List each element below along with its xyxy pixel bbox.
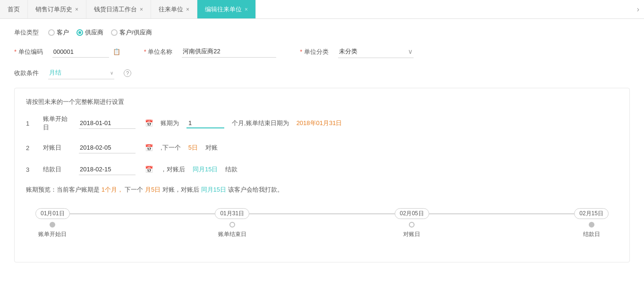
payment-condition-value: 月结 [49, 68, 108, 77]
period-row-2: 2 对账日 📅 ,下一个 5日 对账 [26, 142, 618, 153]
timeline-dot-3 [589, 222, 594, 228]
radio-both[interactable]: 客户/供应商 [111, 28, 152, 37]
period-field-label-3: 结款日 [43, 165, 71, 174]
tab-home[interactable]: 首页 [0, 0, 28, 18]
unit-info-row: 单位编码 📋 单位名称 单位分类 未分类 ∨ [14, 45, 630, 58]
tab-sales-order-history-label: 销售订单历史 [35, 5, 72, 14]
unit-type-row: 单位类型 客户 供应商 客户/供应商 [14, 28, 630, 37]
timeline-badge-2: 02月05日 [395, 208, 429, 219]
calendar-icon-2[interactable]: 📅 [145, 144, 153, 152]
payment-condition-label: 收款条件 [14, 69, 39, 77]
payment-condition-arrow: ∨ [110, 70, 113, 76]
period-num-3: 3 [26, 166, 35, 173]
preview-text1: 下一个 [125, 186, 143, 193]
help-icon[interactable]: ? [124, 69, 131, 77]
period-date-input-1[interactable] [79, 118, 136, 129]
preview-text2: 对账，对账后 [162, 186, 199, 193]
period-desc2-2: 对账 [205, 144, 218, 152]
tabs-bar: 首页 销售订单历史 × 钱货日清工作台 × 往来单位 × 编辑往来单位 × › [0, 0, 644, 19]
timeline-point-3: 02月15日 结款日 [574, 208, 609, 238]
unit-type-radio-group: 客户 供应商 客户/供应商 [48, 28, 152, 37]
period-field-label-1: 账单开始日 [43, 115, 71, 132]
payment-condition-row: 收款条件 月结 ∨ ? [14, 67, 630, 79]
tab-edit-partner-unit-close[interactable]: × [245, 6, 248, 13]
timeline-label-3: 结款日 [583, 230, 600, 238]
timeline-point-0: 01月01日 账单开始日 [35, 208, 70, 238]
radio-supplier[interactable]: 供应商 [76, 28, 103, 37]
preview-highlight2: 月5日 [145, 186, 161, 193]
tab-partner-unit-label: 往来单位 [159, 5, 183, 14]
doc-icon[interactable]: 📋 [113, 48, 120, 55]
preview-highlight3: 同月15日 [201, 186, 226, 193]
main-content: 单位类型 客户 供应商 客户/供应商 单位编码 📋 单位名称 单位分类 [0, 19, 644, 287]
period-row3-highlight: 同月15日 [193, 165, 218, 174]
period-desc-suffix-1: 个月,账单结束日期为 [232, 119, 289, 127]
period-desc2-3: 结款 [225, 165, 237, 174]
radio-supplier-circle [76, 29, 83, 36]
tabs-arrow[interactable]: › [632, 0, 644, 18]
tab-cash-work-label: 钱货日清工作台 [94, 5, 137, 14]
timeline-badge-1: 01月31日 [215, 208, 249, 219]
period-months-input[interactable] [186, 118, 224, 128]
calendar-icon-1[interactable]: 📅 [145, 119, 153, 127]
timeline: 01月01日 账单开始日 01月31日 账单结束日 02月05日 对账日 02月… [26, 203, 618, 253]
tab-cash-work[interactable]: 钱货日清工作台 × [86, 0, 151, 18]
tab-sales-order-history-close[interactable]: × [75, 6, 78, 13]
unit-name-label: 单位名称 [144, 48, 173, 56]
timeline-dot-1 [229, 222, 235, 228]
timeline-badge-0: 01月01日 [35, 208, 70, 219]
period-desc-prefix-1: 账期为 [161, 119, 179, 127]
payment-condition-select[interactable]: 月结 ∨ [48, 67, 114, 79]
period-desc-3: ，对账后 [161, 165, 185, 174]
tab-partner-unit[interactable]: 往来单位 × [151, 0, 197, 18]
timeline-label-2: 对账日 [403, 230, 420, 238]
radio-both-label: 客户/供应商 [119, 28, 152, 37]
radio-customer-label: 客户 [57, 28, 69, 37]
timeline-label-1: 账单结束日 [218, 230, 246, 238]
unit-category-label: 单位分类 [300, 48, 329, 56]
period-num-2: 2 [26, 144, 35, 152]
preview-highlight1: 1个月， [102, 186, 123, 193]
period-num-1: 1 [26, 120, 35, 127]
period-date-input-3[interactable] [79, 164, 136, 175]
calendar-icon-3[interactable]: 📅 [145, 166, 153, 173]
preview-suffix: 该客户会给我打款。 [228, 186, 283, 193]
timeline-dot-0 [50, 222, 55, 228]
radio-both-circle [111, 29, 118, 36]
period-row2-highlight: 5日 [188, 144, 198, 152]
period-end-date-highlight: 2018年01月31日 [297, 119, 342, 127]
timeline-label-0: 账单开始日 [38, 230, 67, 238]
preview-prefix: 账期预览：当前客户账期是 [26, 186, 100, 193]
period-desc-2: ,下一个 [161, 144, 181, 152]
tab-sales-order-history[interactable]: 销售订单历史 × [28, 0, 86, 18]
unit-name-input[interactable] [182, 46, 276, 58]
period-field-label-2: 对账日 [43, 144, 71, 152]
period-settings-box: 请按照未来的一个完整帐期进行设置 1 账单开始日 📅 账期为 个月,账单结束日期… [14, 88, 630, 262]
period-row-1: 1 账单开始日 📅 账期为 个月,账单结束日期为 2018年01月31日 [26, 115, 618, 132]
preview-text: 账期预览：当前客户账期是 1个月， 下一个 月5日 对账，对账后 同月15日 该… [26, 186, 618, 194]
timeline-points: 01月01日 账单开始日 01月31日 账单结束日 02月05日 对账日 02月… [35, 208, 609, 238]
unit-code-input[interactable] [52, 46, 109, 58]
timeline-badge-3: 02月15日 [574, 208, 609, 219]
timeline-point-2: 02月05日 对账日 [395, 208, 429, 238]
unit-category-value: 未分类 [339, 47, 357, 56]
unit-type-label: 单位类型 [14, 28, 39, 37]
category-dropdown-icon[interactable]: ∨ [408, 48, 413, 55]
radio-customer-circle [48, 29, 55, 36]
period-row-3: 3 结款日 📅 ，对账后 同月15日 结款 [26, 164, 618, 175]
radio-supplier-label: 供应商 [85, 28, 103, 37]
period-date-input-2[interactable] [79, 142, 136, 153]
period-title: 请按照未来的一个完整帐期进行设置 [26, 98, 618, 106]
timeline-dot-2 [409, 222, 415, 228]
tab-home-label: 首页 [8, 5, 20, 14]
tab-cash-work-close[interactable]: × [140, 6, 143, 13]
radio-customer[interactable]: 客户 [48, 28, 69, 37]
unit-code-label: 单位编码 [14, 48, 43, 56]
timeline-point-1: 01月31日 账单结束日 [215, 208, 249, 238]
tab-edit-partner-unit-label: 编辑往来单位 [205, 5, 242, 14]
tab-partner-unit-close[interactable]: × [186, 6, 189, 13]
tab-edit-partner-unit[interactable]: 编辑往来单位 × [197, 0, 256, 18]
